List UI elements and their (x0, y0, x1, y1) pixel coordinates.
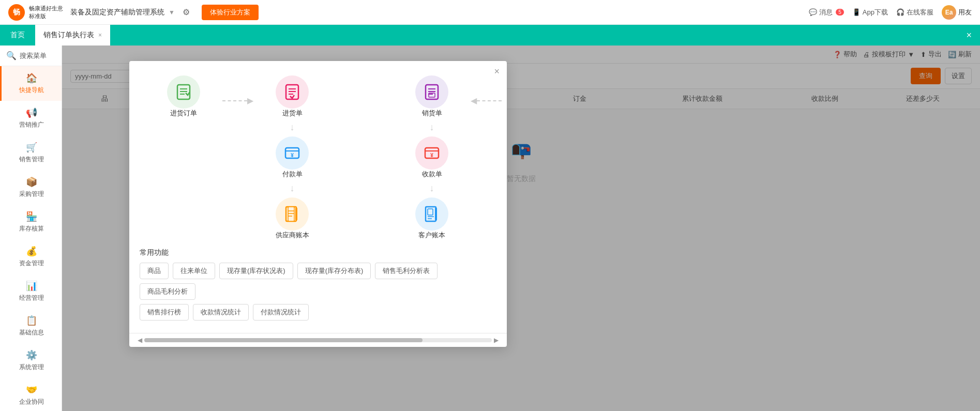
svg-text:¥: ¥ (291, 153, 294, 158)
scrollbar-track[interactable] (144, 338, 492, 342)
sidebar-item-marketing[interactable]: 📢 营销推广 (0, 101, 62, 135)
message-item[interactable]: 💬 消息 5 (809, 8, 844, 17)
purchase-icon: 📦 (26, 176, 37, 188)
arrow-down-sales: ↓ (393, 118, 471, 136)
payment-bill-label: 付款单 (282, 170, 303, 179)
flow-arrows-row2: ↓ ↓ (129, 179, 507, 197)
sidebar-item-system[interactable]: ⚙️ 系统管理 (0, 343, 62, 378)
cf-title: 常用功能 (140, 248, 496, 257)
flow-payment-bill[interactable]: ¥ 付款单 (253, 136, 331, 179)
modal-close-button[interactable]: × (494, 66, 500, 77)
arrow-2: ◀ (471, 96, 502, 118)
modal-scrollbar: ◀ ▶ (129, 333, 507, 347)
purchase-order-label: 进货订单 (170, 109, 197, 118)
sidebar-item-purchase[interactable]: 📦 采购管理 (0, 170, 62, 205)
online-service-item[interactable]: 🎧 在线客服 (896, 8, 933, 17)
tab-sales-order[interactable]: 销售订单执行表 × (35, 25, 110, 45)
svg-text:¥: ¥ (430, 153, 433, 158)
logo-icon: 畅 (8, 4, 25, 21)
header-right: 💬 消息 5 📱 App下载 🎧 在线客服 Ea 用友 (809, 5, 972, 20)
system-dropdown-icon[interactable]: ▼ (169, 9, 175, 16)
flow-receipt-bill[interactable]: ¥ 收款单 (393, 136, 471, 179)
content-area: ❓ 帮助 🖨 按模板打印 ▼ ⬆ 导出 🔄 刷新 (62, 45, 980, 411)
purchase-bill-circle (276, 75, 309, 109)
cf-btn-sales-rank[interactable]: 销售排行榜 (140, 304, 189, 321)
purchase-bill-label: 进货单 (282, 109, 303, 118)
user-area[interactable]: Ea 用友 (942, 5, 972, 20)
cf-btn-stock-dist[interactable]: 现存量(库存分布表) (297, 263, 371, 279)
flow-purchase-order[interactable]: 进货订单 (145, 75, 222, 118)
headset-icon: 🎧 (896, 8, 904, 16)
modal-overlay: × 进货订单 ▶ (62, 45, 980, 411)
tab-bar: 首页 销售订单执行表 × × (0, 25, 980, 45)
flow-arrows-row: ↓ ↓ (129, 118, 507, 136)
customer-ledger-label: 客户账本 (418, 231, 445, 240)
cf-btn-payment-stats[interactable]: 付款情况统计 (253, 304, 309, 321)
user-name-label: 用友 (958, 8, 972, 17)
sales-icon: 🛒 (26, 142, 37, 153)
avatar: Ea (942, 5, 956, 20)
flow-supplier-ledger[interactable]: 供应商账本 (253, 197, 331, 240)
flow-sales-bill[interactable]: 销货单 (393, 75, 471, 118)
cf-buttons-row2: 销售排行榜 收款情况统计 付款情况统计 (140, 304, 496, 321)
cf-btn-receipt-stats[interactable]: 收款情况统计 (193, 304, 249, 321)
system-title-area: 装备及固定资产辅助管理系统 ▼ ⚙ 体验行业方案 (70, 5, 809, 20)
cf-btn-parties[interactable]: 往来单位 (173, 263, 215, 279)
phone-icon: 📱 (852, 8, 861, 16)
tab-close-icon[interactable]: × (98, 32, 102, 39)
main-layout: 🔍 搜索菜单 🏠 快捷导航 📢 营销推广 🛒 销售管理 📦 采购管理 🏪 库存核… (0, 45, 980, 411)
cf-btn-stock-status[interactable]: 现存量(库存状况表) (219, 263, 293, 279)
receipt-bill-label: 收款单 (422, 170, 442, 179)
quick-nav-modal: × 进货订单 ▶ (129, 61, 507, 347)
customer-ledger-circle (415, 197, 448, 231)
arrow-down-receipt: ↓ (393, 179, 471, 197)
scroll-left-icon[interactable]: ◀ (138, 337, 142, 344)
arrow-down-payment: ↓ (253, 179, 331, 197)
sidebar-item-operations[interactable]: 📊 经营管理 (0, 274, 62, 309)
sidebar-item-inventory[interactable]: 🏪 库存核算 (0, 205, 62, 239)
sidebar-item-sales[interactable]: 🛒 销售管理 (0, 135, 62, 170)
arrow-1: ▶ (222, 96, 253, 118)
logo-area: 畅 畅康通好生意 标准版 (8, 4, 70, 21)
search-menu[interactable]: 🔍 搜索菜单 (0, 45, 62, 66)
flow-purchase-bill[interactable]: 进货单 (253, 75, 331, 118)
enterprise-icon: 🤝 (26, 384, 37, 395)
search-menu-text: 搜索菜单 (20, 51, 47, 60)
supplier-ledger-circle (276, 197, 309, 231)
svg-rect-29 (295, 208, 297, 220)
flow-sales-order[interactable]: 销售订单 (502, 75, 507, 118)
settings-icon[interactable]: ⚙ (179, 5, 193, 20)
flow-bottom-row: 供应商账本 客户账本 (129, 197, 507, 240)
tab-home[interactable]: 首页 (0, 25, 35, 45)
cf-buttons-row1: 商品 往来单位 现存量(库存状况表) 现存量(库存分布表) 销售毛利分析表 商品… (140, 263, 496, 300)
app-download-item[interactable]: 📱 App下载 (852, 8, 888, 17)
logo-text: 畅康通好生意 标准版 (29, 5, 63, 20)
inventory-icon: 🏪 (26, 211, 37, 222)
flow-top-row: 进货订单 ▶ 进货单 (129, 61, 507, 118)
sidebar-item-quick-nav[interactable]: 🏠 快捷导航 (0, 66, 62, 101)
sales-bill-label: 销货单 (422, 109, 442, 118)
arrow-down-purchase: ↓ (253, 118, 331, 136)
marketing-icon: 📢 (26, 107, 37, 118)
sidebar-item-finance[interactable]: 💰 资金管理 (0, 239, 62, 274)
system-title: 装备及固定资产辅助管理系统 (70, 8, 164, 17)
finance-icon: 💰 (26, 246, 37, 257)
cf-btn-goods[interactable]: 商品 (140, 263, 169, 279)
scrollbar-thumb (144, 338, 423, 342)
scroll-right-icon[interactable]: ▶ (494, 337, 499, 344)
message-icon: 💬 (809, 8, 817, 16)
operations-icon: 📊 (26, 280, 37, 292)
svg-rect-31 (428, 209, 433, 215)
purchase-order-circle (167, 75, 200, 109)
common-functions: 常用功能 商品 往来单位 现存量(库存状况表) 现存量(库存分布表) 销售毛利分… (129, 248, 507, 333)
flow-customer-ledger[interactable]: 客户账本 (393, 197, 471, 240)
window-close-icon[interactable]: × (966, 30, 972, 41)
sidebar-item-basic-info[interactable]: 📋 基础信息 (0, 309, 62, 343)
top-header: 畅 畅康通好生意 标准版 装备及固定资产辅助管理系统 ▼ ⚙ 体验行业方案 💬 … (0, 0, 980, 25)
flow-mid-row: ¥ 付款单 ¥ 收款单 (129, 136, 507, 179)
cf-btn-goods-profit[interactable]: 商品毛利分析 (140, 283, 195, 300)
cf-btn-sales-profit[interactable]: 销售毛利分析表 (375, 263, 438, 279)
sidebar-item-enterprise[interactable]: 🤝 企业协同 (0, 378, 62, 411)
trial-button[interactable]: 体验行业方案 (202, 5, 259, 20)
system-icon: ⚙️ (26, 349, 37, 361)
